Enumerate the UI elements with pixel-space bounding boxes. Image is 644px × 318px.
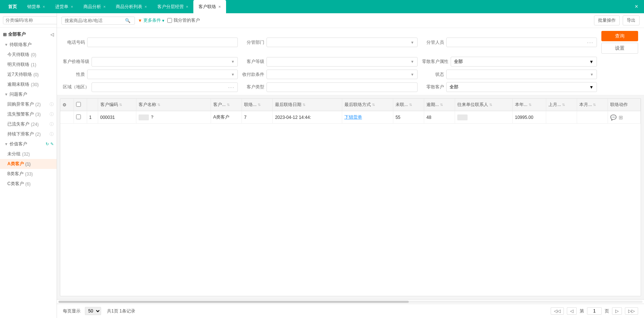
advanced-filters: 电话号码 分管部门 ▼ 分管人员 ··· 查询 设置 — [57, 28, 644, 95]
sidebar-section-pending[interactable]: ▼ 待联络客户 — [0, 40, 57, 50]
sidebar-item-ungrouped[interactable]: 未分组 (32) — [0, 149, 57, 159]
prev-page-button[interactable]: ◁ — [567, 307, 577, 315]
gear-icon[interactable]: ⚙ — [62, 102, 67, 107]
row-checkbox[interactable] — [76, 114, 81, 119]
close-customer-tier-tab[interactable]: × — [186, 4, 188, 9]
edit-group-icon[interactable]: ✎ — [50, 142, 54, 146]
td-type: A类客户 — [211, 111, 242, 124]
close-product-analysis-list-tab[interactable]: × — [144, 4, 147, 9]
td-this-month — [577, 111, 608, 124]
page-number-input[interactable] — [587, 307, 602, 315]
filter-icon: ▼ — [138, 18, 142, 23]
nav-tab-customer-contact[interactable]: 客户联络 × — [193, 0, 226, 13]
info-icon-2: ⓘ — [50, 112, 54, 117]
sidebar-search-area: 🔍 — [0, 13, 57, 28]
my-customers-checkbox[interactable] — [167, 18, 172, 23]
sort-date-icon[interactable]: ⇅ — [303, 103, 305, 107]
sort-this-year-icon[interactable]: ⇅ — [529, 103, 532, 107]
th-overdue: 逾期... ⇅ — [424, 99, 455, 111]
sidebar-section-value[interactable]: ▼ 价值客户 ↻ ✎ — [0, 139, 57, 149]
sort-this-month-icon[interactable]: ⇅ — [593, 103, 596, 107]
sort-name-icon[interactable]: ⇅ — [157, 103, 160, 107]
retail-attr-select[interactable]: 全部 ▼ — [451, 57, 597, 67]
close-customer-contact-tab[interactable]: × — [218, 4, 221, 9]
filter-actions: 批量操作 导出 — [594, 15, 640, 25]
next-page-button[interactable]: ▷ — [612, 307, 622, 315]
prev-prev-page-button[interactable]: ◁◁ — [551, 307, 564, 315]
nav-tab-home[interactable]: 首页 — [3, 0, 22, 13]
sidebar-item-c-class[interactable]: C类客户 (6) — [0, 179, 57, 189]
filter-search-icon[interactable]: 🔍 — [125, 18, 130, 23]
price-tier-select[interactable]: ▼ — [92, 57, 238, 67]
sidebar-item-declining[interactable]: 持续下滑客户 (2) ⓘ — [0, 129, 57, 139]
nav-tab-customer-tier[interactable]: 客户分层经营 × — [152, 0, 193, 13]
manager-select[interactable]: ··· — [446, 38, 597, 47]
sidebar-all-customers[interactable]: ⊞ 全部客户 ◁ — [0, 29, 57, 40]
sidebar-section-problem[interactable]: ▼ 问题客户 — [0, 89, 57, 99]
info-icon-3: ⓘ — [50, 121, 54, 127]
sidebar-item-overdue[interactable]: 逾期未联络 (30) — [0, 80, 57, 89]
collapse-icon[interactable]: ◁ — [50, 32, 54, 37]
nav-tab-product-analysis[interactable]: 商品分析 × — [78, 0, 111, 13]
sidebar-item-repurchase[interactable]: 回购异常客户 (2) ⓘ — [0, 99, 57, 109]
close-product-analysis-tab[interactable]: × — [103, 4, 105, 9]
sort-method-icon[interactable]: ⇅ — [372, 103, 375, 107]
filter-search-input[interactable] — [65, 18, 124, 23]
setting-button[interactable]: 设置 — [601, 43, 638, 54]
customer-table: ⚙ 客户编码 ⇅ — [60, 99, 641, 124]
last-contact-method-link[interactable]: 下销货单 — [344, 114, 362, 120]
nature-select[interactable]: ▼ — [87, 70, 238, 79]
my-customers-filter: 我分管的客户 — [167, 17, 200, 24]
status-select[interactable]: ▼ — [446, 70, 597, 79]
payment-select[interactable]: ▼ — [266, 70, 417, 79]
nav-tab-purchase[interactable]: 进货单 × — [50, 0, 78, 13]
qr-icon[interactable]: ⊞ — [619, 114, 623, 120]
dept-select[interactable]: ▼ — [266, 38, 417, 47]
table-area: ⚙ 客户编码 ⇅ — [60, 98, 641, 296]
query-button[interactable]: 查询 — [601, 31, 638, 41]
sidebar: 🔍 ⊞ 全部客户 ◁ ▼ 待联络客户 今天待联络 (0) 明天待联络 (1) — [0, 13, 57, 318]
close-purchase-tab[interactable]: × — [71, 4, 73, 9]
sidebar-item-churned[interactable]: 已流失客户 (24) ⓘ — [0, 119, 57, 129]
sidebar-item-b-class[interactable]: B类客户 (33) — [0, 169, 57, 179]
td-last-contact-date: 2023-04-12 14:44: — [273, 111, 342, 124]
th-action: 联络动作 — [608, 99, 641, 111]
sidebar-item-week[interactable]: 近7天待联络 (0) — [0, 70, 57, 80]
sort-code-icon[interactable]: ⇅ — [119, 103, 122, 107]
region-select[interactable]: ··· — [92, 82, 238, 92]
filter-more-conditions[interactable]: ▼ 更多条件 ▾ — [138, 17, 164, 24]
select-all-checkbox[interactable] — [76, 102, 81, 107]
sort-type-icon[interactable]: ⇅ — [227, 103, 230, 107]
batch-operation-button[interactable]: 批量操作 — [594, 15, 620, 25]
close-all-button[interactable]: × — [632, 3, 641, 10]
nav-tab-sales[interactable]: 销货单 × — [22, 0, 50, 13]
customer-tier-select[interactable]: ▼ — [266, 57, 417, 67]
page-size-select[interactable]: 50 — [85, 307, 101, 315]
chat-icon[interactable]: 💬 — [610, 114, 616, 120]
sidebar-item-tomorrow[interactable]: 明天待联络 (1) — [0, 60, 57, 70]
sort-overdue-icon[interactable]: ⇅ — [440, 103, 443, 107]
nav-tab-product-analysis-list[interactable]: 商品分析列表 × — [111, 0, 152, 13]
sort-unit-contact-icon[interactable]: ⇅ — [489, 103, 492, 107]
th-checkbox — [74, 99, 87, 111]
sidebar-item-today[interactable]: 今天待联络 (0) — [0, 50, 57, 60]
dept-field: 分管部门 ▼ — [242, 38, 417, 47]
sort-last-month-icon[interactable]: ⇅ — [562, 103, 565, 107]
scrollbar-thumb[interactable] — [58, 301, 409, 303]
sort-no-contact-icon[interactable]: ⇅ — [409, 103, 412, 107]
sidebar-search-input[interactable] — [3, 16, 57, 24]
region-field: 区域（地区） ··· — [63, 82, 238, 92]
phone-input[interactable] — [87, 38, 238, 47]
retail-customer-select[interactable]: 全部 ▼ — [446, 82, 597, 92]
customer-type-input[interactable] — [266, 82, 417, 92]
close-sales-tab[interactable]: × — [43, 4, 45, 9]
horizontal-scrollbar[interactable] — [57, 299, 644, 304]
sort-contact-icon[interactable]: ⇅ — [258, 103, 261, 107]
name-color-block — [139, 114, 149, 120]
th-last-contact-date: 最后联络日期 ⇅ — [273, 99, 342, 111]
export-button[interactable]: 导出 — [623, 15, 640, 25]
sidebar-item-a-class[interactable]: A类客户 (1) — [0, 159, 57, 169]
sidebar-item-churn-warn[interactable]: 流失预警客户 (3) ⓘ — [0, 109, 57, 119]
refresh-icon[interactable]: ↻ — [46, 142, 49, 146]
next-next-page-button[interactable]: ▷▷ — [625, 307, 638, 315]
